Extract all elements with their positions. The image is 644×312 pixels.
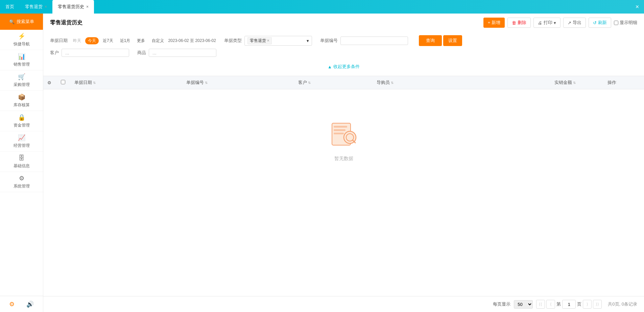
last-page-btn[interactable]: ⟩⟩	[593, 300, 602, 309]
filter-row-2: 客户 ... 商品 ...	[50, 49, 637, 57]
filter-date: 单据日期 昨天 今天 近7天 近1月 更多 自定义 2023-06-02 至 2…	[50, 37, 216, 44]
filter-date-label: 单据日期	[50, 38, 68, 44]
voucher-type-tag-close[interactable]: ×	[267, 38, 269, 43]
sidebar-bottom: ⚙ 🔊	[0, 296, 43, 312]
date-option-1month[interactable]: 近1月	[117, 37, 133, 44]
col-settings-icon[interactable]: ⚙	[47, 80, 51, 85]
tab-retail-return-label: 零售退货	[25, 4, 43, 10]
col-amount-label: 实销金额	[554, 80, 572, 86]
tab-retail-return-history-close[interactable]: ×	[86, 4, 89, 9]
sidebar-item-basic-info[interactable]: 🗄 基础信息	[0, 152, 43, 172]
tab-home[interactable]: 首页	[0, 0, 20, 14]
delete-label: 删除	[518, 20, 526, 26]
total-info: 共0页, 0条记录	[608, 301, 637, 307]
volume-icon[interactable]: 🔊	[26, 300, 34, 308]
delete-icon: 🗑	[512, 20, 516, 25]
print-button[interactable]: 🖨 打印 ▾	[533, 18, 560, 28]
export-label: 导出	[573, 20, 581, 26]
page-title: 零售退货历史	[50, 19, 82, 26]
col-operation: 操作	[580, 76, 644, 89]
table-head: ⚙ 单据日期 ⇅ 单据编号	[43, 76, 644, 89]
collapse-button[interactable]: ▲ 收起更多条件	[324, 62, 364, 71]
filter-goods: 商品 ...	[137, 49, 216, 57]
goods-ellipsis: ...	[152, 50, 157, 55]
col-guide: 导购员 ⇅	[373, 76, 468, 89]
sidebar-item-quick-nav-label: 快捷导航	[14, 41, 30, 47]
customer-input[interactable]: ...	[62, 49, 129, 57]
filter-voucher-no-label: 单据编号	[320, 38, 338, 44]
filter-voucher-no: 单据编号	[320, 37, 408, 45]
col-customer: 客户 ⇅	[294, 76, 373, 89]
voucher-type-dropdown-icon: ▾	[307, 38, 309, 43]
tab-retail-return-history[interactable]: 零售退货历史 ×	[52, 0, 94, 14]
filter-date-options: 昨天 今天 近7天 近1月 更多 自定义	[70, 37, 167, 44]
voucher-type-tag-text: 零售退货	[250, 38, 266, 44]
sidebar-item-quick-nav[interactable]: ⚡ 快捷导航	[0, 30, 43, 50]
col-customer-label: 客户	[298, 80, 307, 86]
filter-area: 单据日期 昨天 今天 近7天 近1月 更多 自定义 2023-06-02 至 2…	[50, 32, 637, 76]
sidebar-item-system[interactable]: ⚙ 系统管理	[0, 172, 43, 192]
amount-sort-icon[interactable]: ⇅	[573, 81, 576, 85]
page-size-select[interactable]: 10 20 50 100	[514, 300, 533, 309]
date-sort-icon[interactable]: ⇅	[93, 81, 96, 85]
date-option-yesterday[interactable]: 昨天	[70, 37, 84, 44]
export-button[interactable]: ↗ 导出	[563, 18, 586, 28]
col-checkbox	[57, 76, 70, 89]
delete-button[interactable]: 🗑 删除	[507, 18, 531, 28]
customer-sort-icon[interactable]: ⇅	[308, 81, 311, 85]
voucher-no-input[interactable]	[340, 37, 408, 45]
sidebar-item-finance-label: 资金管理	[14, 122, 30, 128]
refresh-label: 刷新	[598, 20, 607, 26]
toolbar: + 新增 🗑 删除 🖨 打印 ▾ ↗ 导出 ↺	[483, 18, 637, 28]
table-body: 暂无数据	[43, 89, 644, 189]
main-layout: 🔍 搜索菜单 ⚡ 快捷导航 📊 销售管理 🛒 采购管理 📦 库存核算 🔒	[0, 14, 644, 312]
no-sort-icon[interactable]: ⇅	[205, 81, 208, 85]
sidebar-search[interactable]: 🔍 搜索菜单	[0, 14, 43, 30]
refresh-button[interactable]: ↺ 刷新	[589, 18, 611, 28]
date-option-more[interactable]: 更多	[134, 37, 148, 44]
prev-page-btn[interactable]: ⟨	[546, 300, 555, 309]
date-option-custom[interactable]: 自定义	[149, 37, 167, 44]
date-option-7days[interactable]: 近7天	[100, 37, 116, 44]
filter-voucher-type: 单据类型 零售退货 × ▾	[224, 36, 312, 46]
quick-nav-icon: ⚡	[18, 32, 25, 40]
svg-rect-1	[334, 126, 347, 128]
goods-input[interactable]: ...	[149, 49, 216, 57]
sidebar-item-purchase-label: 采购管理	[14, 82, 30, 88]
voucher-type-tag: 零售退货 ×	[247, 37, 272, 44]
filter-customer-label: 客户	[50, 50, 59, 56]
sidebar-item-inventory-label: 库存核算	[14, 102, 30, 108]
sidebar-item-sales[interactable]: 📊 销售管理	[0, 50, 43, 70]
window-close-button[interactable]: ×	[630, 0, 644, 14]
voucher-type-select[interactable]: 零售退货 × ▾	[244, 36, 312, 46]
col-date: 单据日期 ⇅	[70, 76, 182, 89]
next-page-btn[interactable]: ⟩	[583, 300, 592, 309]
first-page-btn[interactable]: ⟨⟨	[536, 300, 545, 309]
sidebar-item-operation-label: 经营管理	[14, 143, 30, 149]
display-detail-checkbox[interactable]: 显示明细	[614, 20, 637, 26]
display-detail-input[interactable]	[614, 21, 618, 25]
page-number-input[interactable]	[562, 300, 576, 309]
date-option-today[interactable]: 今天	[85, 37, 99, 44]
customer-ellipsis: ...	[65, 50, 69, 55]
main-content: 零售退货历史 + 新增 🗑 删除 🖨 打印 ▾ ↗ 导出	[43, 14, 644, 312]
tab-retail-return-close[interactable]: ×	[45, 4, 47, 9]
col-date-label: 单据日期	[74, 80, 92, 86]
date-range-text: 2023-06-02 至 2023-06-02	[168, 38, 216, 44]
tab-retail-return[interactable]: 零售退货 ×	[20, 0, 52, 14]
tab-home-label: 首页	[5, 4, 14, 10]
page-label: 第	[556, 301, 561, 307]
select-all-checkbox[interactable]	[61, 80, 65, 84]
query-button[interactable]: 查询	[419, 35, 442, 46]
sidebar-item-purchase[interactable]: 🛒 采购管理	[0, 70, 43, 91]
table-footer: 每页显示 10 20 50 100 ⟨⟨ ⟨ 第 页 ⟩ ⟩⟩ 共0页, 0条记…	[43, 296, 644, 312]
sidebar-item-operation[interactable]: 📈 经营管理	[0, 131, 43, 152]
new-button[interactable]: + 新增	[483, 18, 505, 28]
settings-bottom-icon[interactable]: ⚙	[9, 300, 15, 308]
inventory-icon: 📦	[18, 93, 25, 101]
guide-sort-icon[interactable]: ⇅	[391, 81, 393, 85]
settings-button[interactable]: 设置	[443, 35, 462, 46]
sidebar-item-inventory[interactable]: 📦 库存核算	[0, 91, 43, 111]
col-settings: ⚙	[43, 76, 57, 89]
sidebar-item-finance[interactable]: 🔒 资金管理	[0, 111, 43, 131]
